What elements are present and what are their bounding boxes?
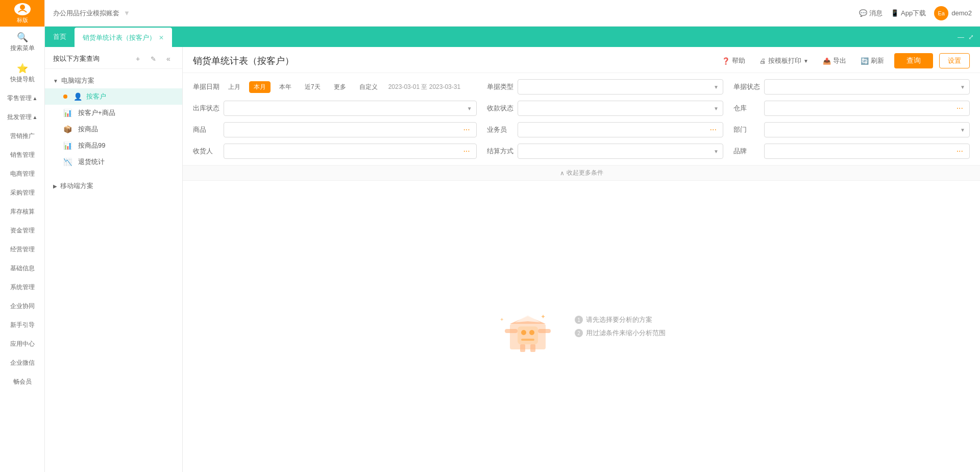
sidebar-item-inventory[interactable]: 库存核算: [0, 202, 44, 221]
scheme-group-header-desktop[interactable]: ▼ 电脑端方案: [45, 73, 182, 88]
brand-label: 品牌: [733, 147, 764, 156]
app-download-btn[interactable]: 📱 App下载: [891, 9, 926, 18]
sidebar-item-operation[interactable]: 经营管理: [0, 240, 44, 259]
dept-dropdown-icon: ▼: [960, 127, 965, 133]
sidebar-item-label: 快捷导航: [10, 75, 35, 84]
sidebar-item-finance[interactable]: 资金管理: [0, 221, 44, 240]
brand-select[interactable]: ···: [764, 144, 970, 159]
sidebar-item-appcenter[interactable]: 应用中心: [0, 335, 44, 353]
sidebar-item-quick-nav[interactable]: ⭐ 快捷导航: [0, 58, 44, 89]
edit-icon: ✎: [151, 55, 156, 63]
settings-button[interactable]: 设置: [939, 53, 970, 68]
sidebar-item-enterprise[interactable]: 企业协同: [0, 297, 44, 316]
filter-row-1: 单据日期 上月 本月 本年 近7天 更多 自定义 2023-03-01 至 20…: [193, 79, 970, 95]
dept-select[interactable]: ▼: [764, 122, 970, 137]
date-btn-year[interactable]: 本年: [275, 81, 296, 93]
sidebar-item-purchase[interactable]: 采购管理: [0, 183, 44, 202]
help-icon: ❓: [722, 57, 730, 65]
date-btn-current-month[interactable]: 本月: [249, 81, 271, 93]
sidebar-item-label: 电商管理: [10, 170, 35, 178]
help-btn[interactable]: ❓ 帮助: [718, 54, 749, 67]
product-control: ···: [224, 122, 477, 137]
dept-control: ▼: [764, 122, 970, 137]
sidebar-item-label: 基础信息: [10, 264, 35, 273]
tab-close-icon[interactable]: ✕: [159, 34, 164, 41]
product-more-icon[interactable]: ···: [461, 125, 472, 134]
query-button[interactable]: 查询: [894, 53, 933, 68]
scheme-item-by-customer[interactable]: 👤 按客户: [45, 88, 182, 105]
hint-text-2: 用过滤条件来缩小分析范围: [586, 328, 666, 338]
empty-state-container: ✦ ✦ 1 请先选择要分析的方案 2 用过滤条件来缩小分析范围: [497, 296, 666, 357]
scheme-item-by-product[interactable]: 📦 按商品: [45, 121, 182, 137]
sidebar-item-basic[interactable]: 基础信息: [0, 259, 44, 278]
sidebar-item-wholesale[interactable]: 批发管理 ▲: [0, 108, 44, 127]
export-btn[interactable]: 📤 导出: [819, 54, 850, 67]
date-btn-more[interactable]: 更多: [329, 81, 351, 93]
edit-scheme-btn[interactable]: ✎: [148, 53, 159, 64]
sidebar-item-retail[interactable]: 零售管理 ▲: [0, 89, 44, 108]
maximize-icon[interactable]: ⤢: [968, 33, 974, 41]
refresh-btn[interactable]: 🔄 刷新: [856, 54, 888, 67]
page-title: 销货单统计表（按客户）: [193, 55, 294, 67]
left-panel: 按以下方案查询 + ✎ « ▼ 电脑端方案: [45, 47, 183, 472]
date-btn-7days[interactable]: 近7天: [300, 81, 325, 93]
scheme-item-by-product-99[interactable]: 📊 按商品99: [45, 137, 182, 154]
sidebar-item-wechat[interactable]: 企业微信: [0, 353, 44, 372]
warehouse-select[interactable]: ···: [764, 101, 970, 116]
minimize-icon[interactable]: —: [958, 33, 964, 41]
sidebar-item-ecommerce[interactable]: 电商管理: [0, 164, 44, 183]
message-btn[interactable]: 💬 消息: [859, 9, 883, 18]
svg-rect-10: [505, 329, 518, 333]
staff-more-icon[interactable]: ···: [708, 125, 719, 134]
sidebar-item-sales[interactable]: 销售管理: [0, 146, 44, 164]
recipient-more-icon[interactable]: ···: [461, 147, 472, 156]
order-type-select[interactable]: ▼: [518, 79, 723, 95]
recipient-select[interactable]: ···: [224, 144, 477, 159]
order-status-select[interactable]: ▼: [764, 79, 970, 95]
warehouse-more-icon[interactable]: ···: [954, 104, 965, 113]
svg-rect-4: [518, 326, 538, 344]
sidebar-item-guide[interactable]: 新手引导: [0, 316, 44, 335]
sidebar-item-search-menu[interactable]: 🔍 搜索菜单: [0, 27, 44, 58]
date-range: 2023-03-01 至 2023-03-31: [388, 83, 460, 91]
tab-sales-stats[interactable]: 销货单统计表（按客户） ✕: [75, 28, 172, 48]
out-status-select[interactable]: ▼: [224, 101, 477, 116]
sidebar-item-label: 批发管理: [7, 113, 32, 122]
sidebar-item-label: 搜索菜单: [10, 44, 35, 53]
user-profile-btn[interactable]: Ea demo2: [934, 6, 972, 20]
sidebar-item-label: 营销推广: [10, 132, 35, 140]
product-select[interactable]: ···: [224, 122, 477, 137]
scheme-group-header-mobile[interactable]: ▶ 移动端方案: [45, 178, 182, 194]
scheme-item-icon-customer: 👤: [74, 92, 82, 101]
sidebar-item-label: 经营管理: [10, 245, 35, 254]
dept-label: 部门: [733, 125, 764, 134]
staff-select[interactable]: ···: [518, 122, 723, 137]
scheme-item-label: 按商品99: [78, 141, 105, 150]
print-label: 按模板打印: [768, 56, 801, 65]
sidebar-item-system[interactable]: 系统管理: [0, 278, 44, 297]
date-btn-custom[interactable]: 自定义: [355, 81, 382, 93]
sidebar-item-label: 企业微信: [10, 359, 35, 367]
sidebar-item-marketing[interactable]: 营销推广: [0, 127, 44, 146]
scheme-item-by-customer-product[interactable]: 📊 按客户+商品: [45, 105, 182, 121]
print-btn[interactable]: 🖨 按模板打印 ▼: [755, 54, 813, 67]
scheme-group-desktop: ▼ 电脑端方案 👤 按客户 📊 按客户+商品 📦 按商品: [45, 69, 182, 174]
collapse-bar[interactable]: ∧ 收起更多条件: [183, 166, 980, 181]
top-header: 办公用品行业模拟账套 ▼ 💬 消息 📱 App下载 Ea demo2: [45, 0, 980, 27]
logo-text: 标版: [17, 16, 28, 24]
date-btn-prev-month[interactable]: 上月: [224, 81, 245, 93]
order-type-dropdown-icon: ▼: [714, 84, 719, 90]
sidebar-item-vip[interactable]: 畅会员: [0, 372, 44, 391]
collapse-panel-btn[interactable]: «: [163, 53, 174, 64]
header-right: 💬 消息 📱 App下载 Ea demo2: [859, 6, 972, 20]
sidebar-item-label: 畅会员: [13, 377, 32, 386]
tab-home[interactable]: 首页: [45, 27, 75, 47]
add-scheme-btn[interactable]: +: [132, 53, 143, 64]
payment-status-select[interactable]: ▼: [518, 101, 723, 116]
page-title-actions: ❓ 帮助 🖨 按模板打印 ▼ 📤 导出 🔄 刷新: [718, 53, 970, 68]
print-dropdown-icon: ▼: [803, 58, 808, 64]
filter-item-brand: 品牌 ···: [733, 144, 970, 159]
scheme-item-return-stats[interactable]: 📉 退货统计: [45, 154, 182, 170]
brand-more-icon[interactable]: ···: [954, 147, 965, 156]
payment-method-select[interactable]: ▼: [518, 144, 723, 159]
